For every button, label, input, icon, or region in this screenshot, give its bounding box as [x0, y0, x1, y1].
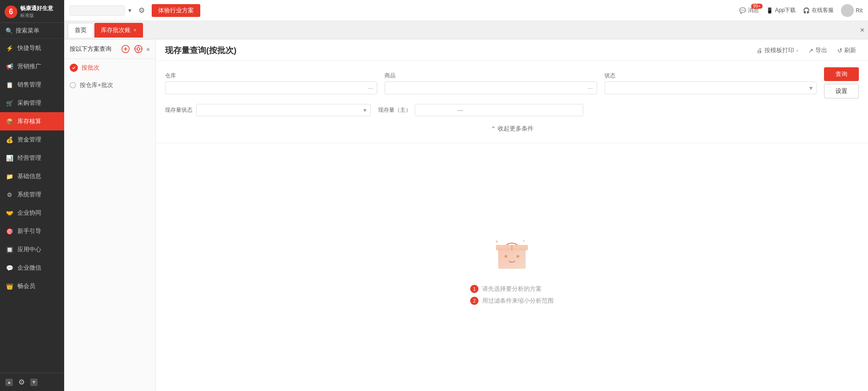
sidebar-item-wechat[interactable]: 💬 企业微信 — [0, 259, 64, 277]
product-input-wrap[interactable]: ··· — [385, 81, 597, 94]
svg-point-14 — [516, 255, 519, 258]
sales-icon: 📋 — [5, 81, 14, 89]
filter-item-warehouse-batch[interactable]: 按仓库+批次 — [64, 76, 155, 94]
scroll-down-btn[interactable]: ▼ — [30, 379, 38, 386]
apps-icon: 🔲 — [5, 245, 14, 254]
main-area: ▾ ⚙ 体验行业方案 💬 消息 99+ 📱 App下载 🎧 在线客服 Rit — [64, 0, 868, 391]
stock-qty-field: 现存量（主） — — [378, 104, 584, 116]
tab-home[interactable]: 首页 — [68, 23, 93, 38]
sidebar-item-inventory-label: 库存核算 — [17, 117, 41, 125]
marketing-icon: 📢 — [5, 62, 14, 71]
topbar-dropdown-btn[interactable]: ▾ — [128, 7, 132, 14]
sidebar-item-basics-label: 基础信息 — [17, 172, 41, 180]
empty-hints: 1 请先选择要分析的方案 2 用过滤条件来缩小分析范围 — [470, 285, 554, 305]
message-icon: 💬 — [739, 7, 746, 14]
warehouse-input[interactable] — [169, 84, 366, 91]
filter-panel-title: 按以下方案查询 — [70, 45, 111, 53]
filter-settings-btn[interactable] — [133, 44, 143, 54]
tab-close-icon[interactable]: × — [133, 27, 137, 33]
print-template-btn[interactable]: 🖨 按模板打印 ▾ — [754, 45, 801, 56]
sidebar-item-sales[interactable]: 📋 销售管理 — [0, 76, 64, 94]
stock-status-select[interactable] — [200, 107, 362, 114]
finance-icon: 💰 — [5, 136, 14, 144]
sidebar-item-system-label: 系统管理 — [17, 190, 41, 199]
messages-action[interactable]: 💬 消息 99+ — [739, 6, 759, 14]
logo-char: 6 — [9, 8, 13, 16]
status-select[interactable] — [609, 84, 808, 91]
sidebar-item-search[interactable]: 🔍 搜索菜单 — [0, 23, 64, 39]
status-dropdown-icon[interactable]: ▾ — [809, 84, 813, 92]
status-select-wrap[interactable]: ▾ — [604, 81, 817, 94]
tab-active-label: 库存批次账 — [101, 26, 131, 34]
sidebar-item-member[interactable]: 👑 畅会员 — [0, 277, 64, 295]
sidebar-item-quick[interactable]: ⚡ 快捷导航 — [0, 39, 64, 57]
sidebar-item-wechat-label: 企业微信 — [17, 264, 41, 272]
warehouse-dots-btn[interactable]: ··· — [368, 84, 374, 92]
filter-dot-active — [70, 64, 78, 72]
industry-btn[interactable]: 体验行业方案 — [152, 4, 200, 17]
product-input[interactable] — [389, 84, 586, 91]
hint-num-1: 1 — [470, 285, 478, 293]
close-all-tabs-btn[interactable]: × — [860, 26, 864, 34]
warehouse-input-wrap[interactable]: ··· — [165, 81, 377, 94]
empty-hint-2: 2 用过滤条件来缩小分析范围 — [470, 297, 554, 305]
filter-add-btn[interactable] — [121, 44, 131, 54]
refresh-icon: ↺ — [837, 47, 842, 54]
svg-text:✦: ✦ — [494, 239, 499, 245]
collapse-filters-btn[interactable]: ⌃ 收起更多条件 — [165, 121, 859, 136]
topbar: ▾ ⚙ 体验行业方案 💬 消息 99+ 📱 App下载 🎧 在线客服 Rit — [64, 0, 868, 21]
refresh-btn[interactable]: ↺ 刷新 — [835, 45, 859, 56]
sidebar-item-purchase-label: 采购管理 — [17, 99, 41, 107]
sidebar-item-operations[interactable]: 📊 经营管理 — [0, 149, 64, 167]
product-dots-btn[interactable]: ··· — [588, 84, 593, 92]
page-title: 现存量查询(按批次) — [165, 45, 236, 56]
page-header: 现存量查询(按批次) 🖨 按模板打印 ▾ ↗ 导出 ↺ 刷新 — [156, 39, 868, 61]
filter-collapse-btn[interactable]: « — [146, 45, 150, 53]
filter-item-batch-label: 按批次 — [82, 64, 99, 72]
sidebar-item-enterprise[interactable]: 🤝 企业协同 — [0, 204, 64, 222]
sidebar-item-sales-label: 销售管理 — [17, 81, 41, 89]
system-icon: ⚙ — [5, 190, 14, 199]
topbar-left: ▾ ⚙ 体验行业方案 — [70, 4, 736, 17]
user-avatar — [841, 4, 854, 17]
query-btn[interactable]: 查询 — [824, 67, 859, 81]
sidebar-item-basics[interactable]: 📁 基础信息 — [0, 167, 64, 185]
tab-inventory-batch[interactable]: 库存批次账 × — [94, 23, 143, 38]
purchase-icon: 🛒 — [5, 99, 14, 107]
refresh-label: 刷新 — [844, 46, 856, 54]
user-action[interactable]: Rit — [841, 4, 863, 17]
stock-status-dropdown-icon[interactable]: ▾ — [363, 107, 367, 114]
online-support-action[interactable]: 🎧 在线客服 — [803, 6, 834, 14]
guide-icon: 🎯 — [5, 227, 14, 235]
settings-config-btn[interactable]: 设置 — [824, 84, 859, 98]
scroll-up-btn[interactable]: ▲ — [5, 379, 13, 386]
app-download-action[interactable]: 📱 App下载 — [766, 6, 796, 14]
sidebar-item-marketing[interactable]: 📢 营销推广 — [0, 57, 64, 76]
sidebar-item-apps[interactable]: 🔲 应用中心 — [0, 240, 64, 259]
content-area: 按以下方案查询 — [64, 39, 868, 391]
stock-qty-max-input[interactable] — [465, 107, 502, 114]
member-icon: 👑 — [5, 282, 14, 290]
stock-qty-min-input[interactable] — [419, 107, 456, 114]
sidebar-item-inventory[interactable]: 📦 库存核算 — [0, 112, 64, 130]
sidebar-item-enterprise-label: 企业协同 — [17, 209, 41, 217]
action-buttons: 查询 设置 — [824, 67, 859, 98]
svg-point-13 — [505, 255, 507, 258]
sidebar-item-purchase[interactable]: 🛒 采购管理 — [0, 94, 64, 112]
topbar-search-input[interactable] — [74, 7, 110, 14]
filter-dot-inactive — [70, 82, 76, 88]
app-logo: 6 — [5, 5, 17, 18]
topbar-search-box[interactable] — [70, 5, 125, 16]
filter-item-batch[interactable]: 按批次 — [64, 59, 155, 76]
export-btn[interactable]: ↗ 导出 — [806, 45, 830, 56]
topbar-settings-btn[interactable]: ⚙ — [135, 4, 148, 17]
stock-status-select-wrap[interactable]: ▾ — [196, 104, 371, 116]
sidebar-item-system[interactable]: ⚙ 系统管理 — [0, 185, 64, 204]
hint-text-2: 用过滤条件来缩小分析范围 — [482, 297, 554, 305]
sidebar-item-guide[interactable]: 🎯 新手引导 — [0, 222, 64, 240]
svg-rect-10 — [498, 248, 526, 269]
sidebar-item-finance[interactable]: 💰 资金管理 — [0, 130, 64, 149]
sidebar-item-apps-label: 应用中心 — [17, 245, 41, 254]
settings-icon[interactable]: ⚙ — [18, 378, 25, 386]
sidebar-footer: ▲ ⚙ ▼ — [0, 373, 64, 391]
